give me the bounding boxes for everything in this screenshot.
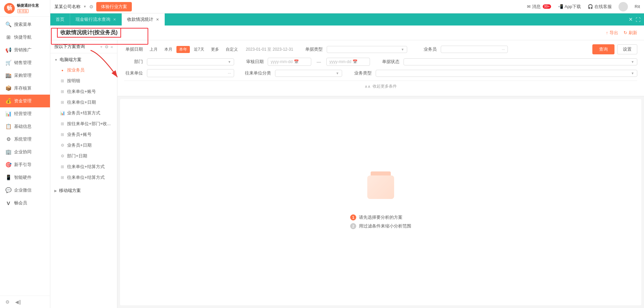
collapse-sidebar-icon[interactable]: ◀‖ — [15, 299, 21, 305]
sidebar-item-purchase[interactable]: 🏬 采购管理 — [0, 69, 50, 82]
scheme-item-unit-settle2[interactable]: ⊞ 往来单位+结算方式 — [50, 172, 117, 183]
online-service-item[interactable]: 🎧 在线客服 — [588, 4, 612, 10]
sidebar-item-enterprise[interactable]: 🏢 企业协同 — [0, 146, 50, 158]
page-header-actions: ↑ 导出 ↻ 刷新 — [606, 30, 638, 36]
sidebar-item-member[interactable]: V 畅会员 — [0, 197, 50, 209]
counterpart-label: 往来单位 — [124, 70, 143, 76]
custom-tab[interactable]: 自定义 — [223, 46, 240, 53]
scheme-settings-icon[interactable]: ⚙ — [105, 44, 109, 49]
tab-close-all-btn[interactable]: ✕ — [629, 16, 633, 22]
settings-icon[interactable]: ⚙ — [89, 4, 94, 9]
date-dash: — — [317, 59, 321, 64]
collapse-filter-btn[interactable]: ∧∧ 收起更多条件 — [124, 81, 637, 92]
sidebar-item-marketing[interactable]: 📢 营销推广 — [0, 44, 50, 56]
add-scheme-icon[interactable]: + — [100, 44, 103, 49]
guide-icon: 🎯 — [5, 162, 11, 168]
left-panel-title: 按以下方案查询 — [54, 44, 85, 50]
messages-item[interactable]: ✉ 消息 99+ — [527, 4, 551, 10]
sidebar-item-label: 畅会员 — [14, 200, 27, 206]
scheme-item-label: 业务员+账号 — [67, 132, 92, 138]
logo-badge: 标准版 — [17, 9, 29, 13]
collapse-panel-icon[interactable]: « — [111, 44, 113, 49]
salesman-more-icon[interactable]: ··· — [502, 47, 505, 51]
salesman-select[interactable]: ··· — [441, 46, 508, 53]
tab-bank-flow-close[interactable]: ✕ — [113, 17, 116, 22]
scheme-item-by-salesman[interactable]: ● 按业务员 — [50, 65, 117, 75]
basic-info-icon: 📋 — [5, 123, 11, 130]
date-tabs: 上月 本月 本年 近7天 更多 自定义 — [147, 46, 240, 53]
top-bar-right: ✉ 消息 99+ 📲 App下载 🎧 在线客服 Rit — [527, 2, 640, 11]
sidebar-bottom: ⚙ ◀‖ — [0, 296, 50, 308]
tab-home-label: 首页 — [56, 16, 64, 22]
scheme-item-salesman-settle[interactable]: 📊 业务员+结算方式 — [50, 108, 117, 118]
sidebar-item-quick-nav[interactable]: ⊞ 快捷导航 — [0, 31, 50, 44]
messages-badge: 99+ — [543, 4, 551, 9]
hint1-num: 1 — [350, 214, 356, 220]
review-date-start-placeholder: yyyy-mm-dd — [271, 59, 292, 64]
scheme-group-mobile-header[interactable]: ▶ 移动端方案 — [50, 186, 117, 196]
scheme-group-pc-header[interactable]: ▼ 电脑端方案 — [50, 55, 117, 65]
query-btn[interactable]: 查询 — [592, 44, 614, 54]
empty-state-hint2: 2 用过滤条件来缩小分析范围 — [350, 223, 411, 229]
counterpart-category-select[interactable]: ▼ — [275, 70, 342, 77]
receipt-status-select[interactable]: ▼ — [404, 58, 637, 65]
wechat-icon: 💬 — [5, 187, 11, 193]
tab-receipt-stats-label: 收款情况统计 — [127, 16, 153, 22]
tab-bank-flow[interactable]: 现金银行流水查询 ✕ — [70, 13, 122, 25]
settings-bottom-icon[interactable]: ⚙ — [5, 299, 10, 305]
scheme-item-by-detail[interactable]: ⊞ 按明细 — [50, 75, 117, 86]
sidebar-item-smart-hw[interactable]: 📱 智能硬件 — [0, 171, 50, 184]
sidebar-item-inventory[interactable]: 📦 库存核算 — [0, 82, 50, 95]
receipt-type-select[interactable]: ▼ — [327, 46, 407, 53]
export-btn[interactable]: ↑ 导出 — [606, 30, 619, 36]
refresh-btn[interactable]: ↻ 刷新 — [624, 30, 637, 36]
counterpart-select[interactable]: ··· — [147, 69, 234, 77]
last-7-tab[interactable]: 近7天 — [191, 46, 207, 53]
scheme-item-label: 按往来单位+部门+收... — [67, 121, 111, 127]
trial-btn[interactable]: 体验行业方案 — [96, 2, 132, 11]
sidebar-item-guide[interactable]: 🎯 新手引导 — [0, 158, 50, 171]
scheme-item-unit-settle1[interactable]: ⊞ 往来单位+结算方式 — [50, 161, 117, 172]
this-month-tab[interactable]: 本月 — [162, 46, 175, 53]
user-name: Rit — [635, 4, 640, 9]
sidebar-item-system[interactable]: ⚙ 系统管理 — [0, 133, 50, 146]
biz-type-select[interactable]: ▼ — [376, 70, 637, 77]
inventory-icon: 📦 — [5, 85, 11, 91]
tab-fullscreen-btn[interactable]: ⛶ — [636, 17, 641, 22]
tab-bank-flow-label: 现金银行流水查询 — [75, 16, 110, 22]
scheme-unit-date-icon: ⊞ — [60, 100, 65, 105]
review-date-start[interactable]: yyyy-mm-dd 📅 — [268, 58, 311, 66]
scheme-item-salesman-account[interactable]: ⊞ 业务员+账号 — [50, 129, 117, 140]
settings-btn[interactable]: 设置 — [617, 44, 637, 54]
sidebar-item-search[interactable]: 🔍 搜索菜单 — [0, 18, 50, 31]
app-download-item[interactable]: 📲 App下载 — [558, 4, 581, 10]
sidebar-item-finance[interactable]: 💰 资金管理 — [0, 95, 50, 107]
sidebar-item-label: 基础信息 — [14, 123, 32, 130]
scheme-item-unit-date[interactable]: ⊞ 往来单位+日期 — [50, 97, 117, 108]
scheme-item-salesman-date[interactable]: ⚙ 业务员+日期 — [50, 140, 117, 151]
dept-select[interactable]: ▼ — [147, 58, 234, 65]
tab-receipt-stats-close[interactable]: ✕ — [156, 17, 159, 22]
sidebar-item-wechat[interactable]: 💬 企业微信 — [0, 184, 50, 197]
scheme-item-unit-dept-recv[interactable]: ⊞ 按往来单位+部门+收... — [50, 118, 117, 129]
this-year-tab[interactable]: 本年 — [176, 46, 190, 53]
sidebar-item-operations[interactable]: 📊 经营管理 — [0, 107, 50, 120]
last-month-tab[interactable]: 上月 — [147, 46, 160, 53]
sidebar-item-sales[interactable]: 🛒 销售管理 — [0, 56, 50, 69]
finance-icon: 💰 — [5, 98, 11, 104]
more-tab[interactable]: 更多 — [208, 46, 222, 53]
counterpart-more-icon[interactable]: ··· — [228, 71, 231, 75]
scheme-item-unit-account[interactable]: ⊞ 往来单位+账号 — [50, 86, 117, 97]
scheme-item-dept-date[interactable]: ⚙ 部门+日期 — [50, 151, 117, 161]
sidebar-item-basic-info[interactable]: 📋 基础信息 — [0, 120, 50, 133]
search-icon: 🔍 — [5, 21, 11, 28]
export-icon: ↑ — [606, 30, 608, 35]
sidebar-item-label: 搜索菜单 — [14, 21, 32, 28]
tab-receipt-stats[interactable]: 收款情况统计 ✕ — [122, 13, 165, 25]
tab-home[interactable]: 首页 — [50, 13, 70, 25]
review-date-end[interactable]: yyyy-mm-dd 📅 — [326, 58, 370, 66]
dropdown-arrow-icon[interactable]: ▼ — [83, 5, 87, 8]
sidebar-item-label: 企业微信 — [14, 187, 32, 193]
empty-state-illustration — [361, 175, 401, 209]
top-bar-left: 某某公司名称 ▼ ⚙ 体验行业方案 — [54, 2, 527, 11]
